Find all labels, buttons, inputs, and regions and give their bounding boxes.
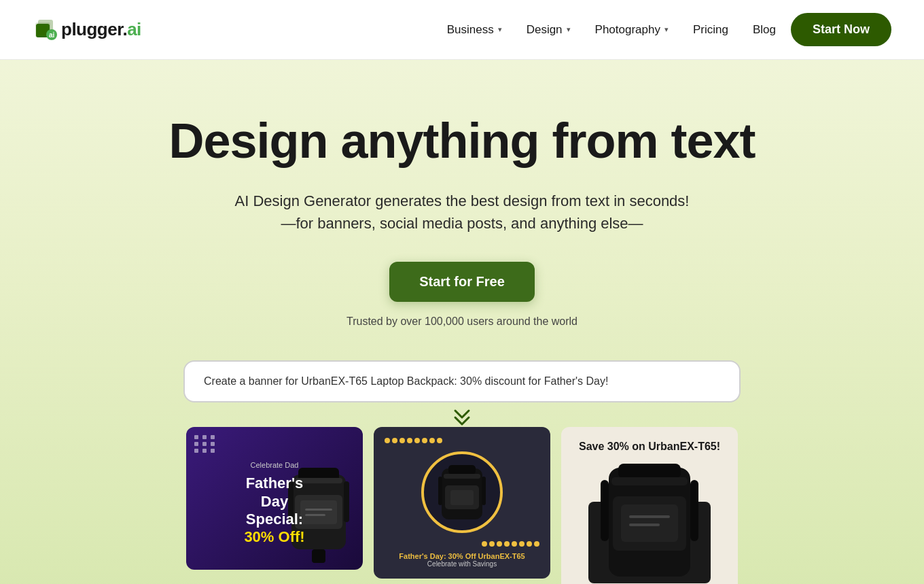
svg-rect-16 [448, 465, 476, 475]
nav-item-design[interactable]: Design ▾ [517, 18, 580, 42]
banner-1-title: Father's Day Special: 30% Off! [200, 475, 349, 547]
prompt-box[interactable]: Create a banner for UrbanEX-T65 Laptop B… [183, 360, 741, 402]
chevron-down-icon: ▾ [567, 25, 571, 34]
logo-link[interactable]: ai plugger.ai [33, 17, 141, 43]
hero-title: Design anything from text [168, 114, 755, 168]
banner-2-subtext: Celebrate with Savings [427, 560, 497, 568]
prompt-text: Create a banner for UrbanEX-T65 Laptop B… [204, 375, 608, 387]
svg-rect-31 [690, 480, 698, 541]
nav-link-photography[interactable]: Photography ▾ [586, 18, 678, 42]
nav-item-blog[interactable]: Blog [743, 18, 785, 42]
svg-rect-17 [444, 474, 480, 479]
nav-cta-button[interactable]: Start Now [791, 13, 891, 46]
nav-item-pricing[interactable]: Pricing [683, 18, 738, 42]
nav-link-pricing[interactable]: Pricing [683, 18, 738, 42]
dots-bottom-icon [482, 541, 539, 547]
nav-item-business[interactable]: Business ▾ [438, 18, 512, 42]
down-arrows [183, 405, 741, 435]
svg-rect-21 [482, 477, 486, 505]
demo-container: Create a banner for UrbanEX-T65 Laptop B… [183, 360, 741, 584]
svg-rect-28 [629, 515, 670, 518]
hero-cta-button[interactable]: Start for Free [389, 262, 535, 302]
svg-rect-19 [450, 490, 474, 505]
dots-top-icon [385, 438, 442, 443]
nav-item-cta[interactable]: Start Now [791, 13, 891, 46]
svg-rect-25 [611, 477, 688, 485]
banner-1-content: Celebrate Dad Father's Day Special: 30% … [200, 461, 349, 547]
nav-links: Business ▾ Design ▾ Photography ▾ Pricin… [438, 13, 891, 46]
svg-text:ai: ai [49, 31, 55, 39]
banners-row: Celebrate Dad Father's Day Special: 30% … [183, 427, 741, 584]
trusted-text: Trusted by over 100,000 users around the… [346, 315, 578, 328]
hero-subtitle: AI Design Generator generates the best d… [235, 190, 690, 235]
banner-1-celebrate: Celebrate Dad [200, 461, 349, 469]
banner-card-light: Save 30% on UrbanEX-T65! [561, 427, 738, 584]
grid-dots-icon [194, 435, 216, 453]
svg-rect-30 [601, 480, 609, 541]
svg-rect-27 [621, 504, 678, 542]
banner-card-purple: Celebrate Dad Father's Day Special: 30% … [186, 427, 363, 570]
nav-link-blog[interactable]: Blog [743, 18, 785, 42]
nav-link-business[interactable]: Business ▾ [438, 18, 512, 42]
chevron-arrows-icon [447, 405, 477, 435]
logo-text: plugger.ai [61, 19, 141, 40]
svg-rect-29 [629, 523, 660, 526]
nav-item-photography[interactable]: Photography ▾ [586, 18, 678, 42]
banner-3-title: Save 30% on UrbanEX-T65! [575, 441, 724, 453]
svg-rect-20 [438, 477, 442, 505]
banner-2-text: Father's Day: 30% Off UrbanEX-T65 [399, 552, 525, 560]
banner-3-backpack [575, 461, 724, 583]
navbar: ai plugger.ai Business ▾ Design ▾ Photog… [0, 0, 924, 60]
chevron-down-icon: ▾ [498, 25, 502, 34]
banner-card-circle: Father's Day: 30% Off UrbanEX-T65 Celebr… [374, 427, 550, 579]
circle-frame [421, 451, 503, 533]
svg-rect-12 [312, 549, 325, 563]
logo-icon: ai [33, 17, 58, 43]
banner-2-backpack [431, 462, 493, 523]
hero-section: Design anything from text AI Design Gene… [0, 60, 924, 584]
svg-rect-24 [618, 464, 681, 479]
nav-link-design[interactable]: Design ▾ [517, 18, 580, 42]
chevron-down-icon: ▾ [664, 25, 669, 34]
